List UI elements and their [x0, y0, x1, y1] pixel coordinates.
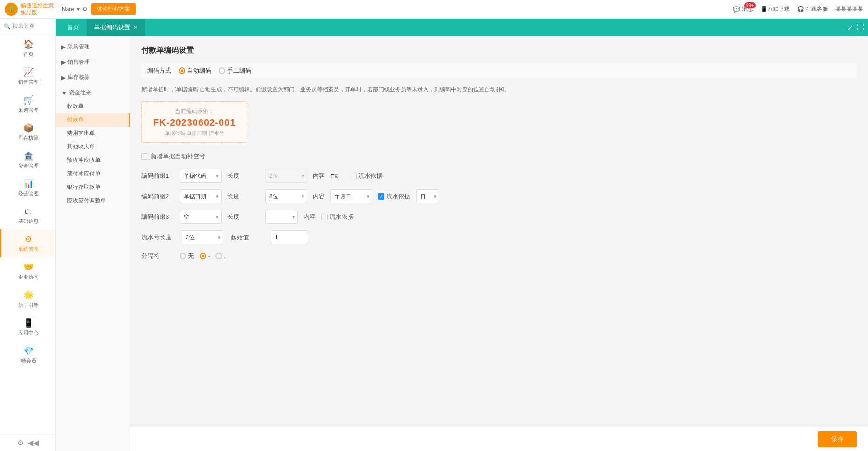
subnav-prepay-pay[interactable]: 预付冲应付单: [56, 167, 130, 181]
manual-encoding-option[interactable]: 手工编码: [219, 67, 251, 75]
fund-icon: 🏦: [23, 151, 34, 161]
serial-length-select[interactable]: 3位: [182, 230, 223, 244]
serial-start-input[interactable]: [271, 230, 308, 244]
separator-none-option[interactable]: 无: [180, 252, 194, 260]
subnav-receipt[interactable]: 收款单: [56, 100, 130, 113]
separator-dash-radio[interactable]: [200, 253, 206, 259]
prefix1-label: 编码前缀1: [141, 172, 174, 180]
tab-close-icon[interactable]: ✕: [133, 24, 138, 31]
separator-row: 分隔符 无 - .: [141, 252, 857, 260]
subnav-expense[interactable]: 费用支出单: [56, 127, 130, 140]
purchase-icon: 🛒: [23, 95, 34, 105]
separator-dash-option[interactable]: -: [200, 253, 210, 260]
sidebar-item-apps[interactable]: 📱 应用中心: [0, 313, 55, 341]
home-icon: 🏠: [23, 39, 34, 49]
separator-options: 无 - .: [180, 252, 226, 260]
separator-dot-option[interactable]: .: [215, 253, 226, 260]
auto-fill-checkbox[interactable]: [141, 153, 148, 160]
prefix3-length-select[interactable]: [265, 210, 298, 224]
separator-none-radio[interactable]: [180, 253, 186, 259]
prefix2-select[interactable]: 单据日期: [180, 189, 222, 203]
encoding-mode-label: 编码方式: [147, 67, 171, 75]
sidebar-item-member[interactable]: 💎 畅会员: [0, 341, 55, 369]
subnav-prepay-receive[interactable]: 预收冲应收单: [56, 154, 130, 167]
prefix2-content-select[interactable]: 年月日: [330, 189, 372, 203]
prefix1-length-select[interactable]: 2位: [265, 169, 307, 183]
prefix3-stream-checkbox[interactable]: [321, 214, 328, 220]
base-icon: 🗂: [24, 207, 33, 216]
collapse-icon[interactable]: ◀◀: [27, 438, 39, 447]
logo-text: 畅捷通好生意 旗品版: [20, 2, 54, 16]
prefix1-select[interactable]: 单据代码: [180, 169, 222, 183]
serial-length-label: 流水号长度: [141, 233, 174, 242]
prefix3-select[interactable]: 空: [180, 210, 222, 224]
sidebar-item-coop[interactable]: 🤝 企业协同: [0, 257, 55, 285]
subnav-group-capital: ▼ 资金往来 收款单 付款单 费用支出单 其他收入单 预收冲应收单 预付冲应付单…: [56, 86, 130, 208]
subnav-inventory-title[interactable]: ▶ 库存核算: [56, 71, 130, 84]
settings-icon[interactable]: ⚙: [82, 6, 87, 13]
prefix1-row: 编码前缀1 单据代码 长度 2位 内容: [141, 169, 857, 183]
industry-button[interactable]: 体验行业方案: [91, 3, 136, 15]
subnav-other-income[interactable]: 其他收入单: [56, 140, 130, 154]
subnav-purchase-title[interactable]: ▶ 采购管理: [56, 40, 130, 54]
prefix2-length-select[interactable]: 8位: [265, 189, 307, 203]
subnav-capital-title[interactable]: ▼ 资金往来: [56, 86, 130, 100]
separator-dot-radio[interactable]: [215, 253, 222, 259]
topbar-left: 🍀 畅捷通好生意 旗品版 Nare ▾ ⚙ 体验行业方案: [5, 2, 136, 16]
tabbar: 首页 单据编码设置 ✕ ⤢ ⛶: [56, 19, 868, 36]
chevron-right-icon: ▶: [61, 44, 66, 50]
online-service-button[interactable]: 🎧 在线客服: [797, 5, 828, 13]
sidebar-item-purchase[interactable]: 🛒 采购管理: [0, 90, 55, 118]
prefix1-stream-checkbox[interactable]: [350, 173, 357, 179]
prefix3-select-wrapper: 空: [180, 210, 222, 224]
message-button[interactable]: 💬 消息 99+: [733, 5, 753, 13]
subnav-sales-title[interactable]: ▶ 销售管理: [56, 55, 130, 69]
sidebar-item-fund[interactable]: 🏦 资金管理: [0, 146, 55, 174]
encoding-radio-group: 自动编码 手工编码: [179, 67, 251, 75]
manual-encoding-radio[interactable]: [219, 67, 225, 74]
prefix3-row: 编码前缀3 空 长度 内容: [141, 210, 857, 224]
bottom-bar: 保存: [130, 427, 868, 451]
sidebar-item-base[interactable]: 🗂 基础信息: [0, 202, 55, 229]
user-menu[interactable]: 某某某某某: [835, 5, 863, 13]
sidebar-item-guide[interactable]: 🌟 新手引导: [0, 285, 55, 313]
sidebar-item-system[interactable]: ⚙ 系统管理: [0, 229, 55, 257]
guide-icon: 🌟: [23, 290, 34, 300]
maximize-icon[interactable]: ⤢: [847, 23, 853, 32]
sidebar-search[interactable]: 🔍 搜索菜单: [0, 19, 55, 34]
fullscreen-icon[interactable]: ⛶: [857, 23, 864, 32]
prefix1-length-wrapper: 2位: [265, 169, 307, 183]
subnav-payment[interactable]: 付款单: [56, 113, 130, 127]
subnav-bank-deposit[interactable]: 银行存取款单: [56, 181, 130, 194]
auto-fill-label: 新增单据自动补空号: [151, 152, 205, 161]
serial-row: 流水号长度 3位 起始值: [141, 230, 857, 244]
save-button[interactable]: 保存: [818, 431, 857, 447]
page-content: 付款单编码设置 编码方式 自动编码 手工编码: [130, 36, 868, 427]
topbar-right: 💬 消息 99+ 📱 App下载 🎧 在线客服 某某某某某: [733, 5, 863, 13]
chevron-down-icon[interactable]: ▾: [77, 6, 80, 13]
app-download-button[interactable]: 📱 App下载: [760, 5, 790, 13]
prefix2-stream-checkbox[interactable]: ✓: [378, 193, 384, 200]
app-icon: 📱: [760, 6, 767, 12]
subnav-ar-adjust[interactable]: 应收应付调整单: [56, 194, 130, 208]
prefix3-stream: 流水依据: [321, 213, 354, 221]
settings-bottom-icon[interactable]: ⚙: [17, 438, 24, 447]
search-icon: 🔍: [4, 23, 11, 30]
tab-encoding[interactable]: 单据编码设置 ✕: [87, 19, 145, 36]
serial-length-wrapper: 3位: [182, 230, 223, 244]
subnav-group-sales: ▶ 销售管理: [56, 55, 130, 69]
page-wrapper: 付款单编码设置 编码方式 自动编码 手工编码: [130, 36, 868, 451]
prefix3-length-label: 长度: [227, 213, 260, 221]
auto-encoding-radio[interactable]: [179, 67, 185, 74]
sidebar-item-inventory[interactable]: 📦 库存核算: [0, 118, 55, 146]
sidebar-item-sales[interactable]: 📈 销售管理: [0, 62, 55, 90]
prefix2-stream-unit-wrapper: 日: [416, 189, 439, 203]
sidebar-item-operations[interactable]: 📊 经营管理: [0, 174, 55, 202]
prefix2-stream-unit-select[interactable]: 日: [416, 189, 439, 203]
prefix1-content-label: 内容: [313, 172, 325, 180]
sales-icon: 📈: [23, 67, 34, 77]
sidebar-item-home[interactable]: 🏠 首页: [0, 34, 55, 62]
tab-home[interactable]: 首页: [60, 19, 87, 36]
auto-encoding-option[interactable]: 自动编码: [179, 67, 211, 75]
app-layout: 🔍 搜索菜单 🏠 首页 📈 销售管理 🛒 采购管理 📦 库存核算 🏦 资金管理 …: [0, 19, 868, 451]
